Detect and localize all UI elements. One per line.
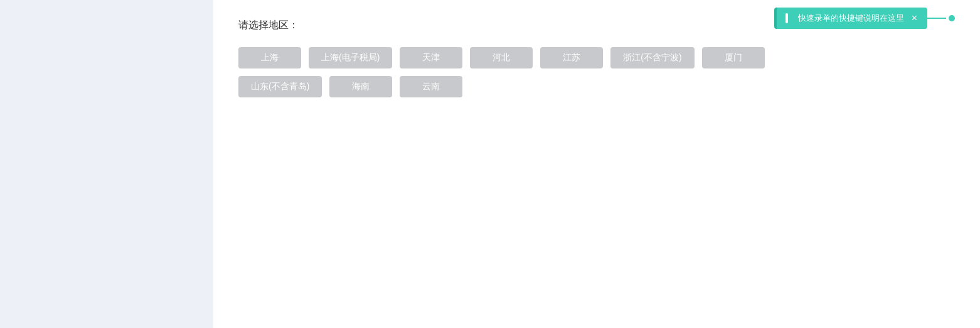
region-btn-hebei[interactable]: 河北: [470, 47, 533, 68]
tooltip-text: 快速录单的快捷键说明在这里: [798, 13, 904, 24]
region-btn-yunnan[interactable]: 云南: [400, 76, 462, 97]
region-btn-hainan[interactable]: 海南: [329, 76, 392, 97]
tooltip-bar: [786, 13, 788, 23]
tooltip-box: 快速录单的快捷键说明在这里 ×: [774, 8, 927, 29]
region-btn-shanghai-etax[interactable]: 上海(电子税局): [309, 47, 392, 68]
tooltip-line: [927, 18, 946, 19]
region-btn-tianjin[interactable]: 天津: [400, 47, 462, 68]
sidebar: [0, 0, 213, 328]
region-btn-shanghai[interactable]: 上海: [238, 47, 301, 68]
tooltip-dot: [949, 15, 955, 21]
region-buttons: 上海 上海(电子税局) 天津 河北 江苏 浙江(不含宁波) 厦门: [238, 47, 955, 68]
tooltip-close-button[interactable]: ×: [910, 13, 919, 23]
main-content: 请选择地区： 上海 上海(电子税局) 天津 河北 江苏 浙江(不含宁波) 厦门 …: [213, 0, 980, 328]
region-btn-xiamen[interactable]: 厦门: [702, 47, 765, 68]
tooltip-container: 快速录单的快捷键说明在这里 ×: [774, 8, 955, 29]
region-buttons-row2: 山东(不含青岛) 海南 云南: [238, 76, 955, 97]
region-btn-zhejiang[interactable]: 浙江(不含宁波): [610, 47, 694, 68]
region-btn-jiangsu[interactable]: 江苏: [540, 47, 603, 68]
region-btn-shandong[interactable]: 山东(不含青岛): [238, 76, 322, 97]
